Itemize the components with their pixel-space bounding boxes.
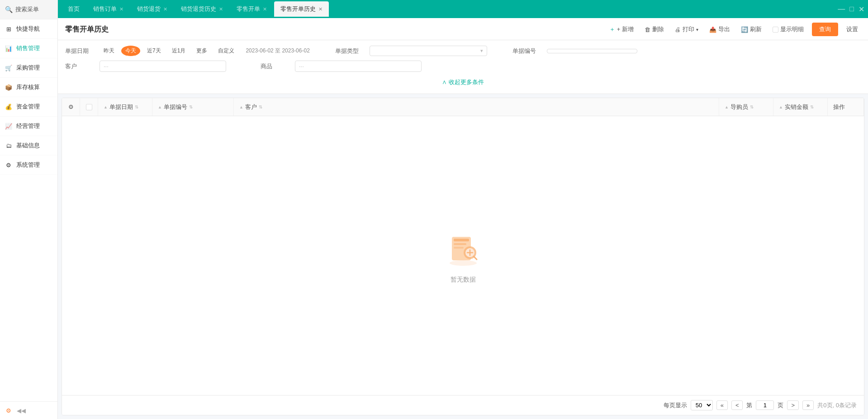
sidebar-item-sales[interactable]: 📊 销售管理 [0,39,57,58]
header-checkbox[interactable] [86,104,92,110]
delete-label: 删除 [652,25,664,33]
sidebar-item-label: 经营管理 [16,122,40,130]
print-button[interactable]: 🖨 打印 ▾ [672,24,701,35]
sidebar-item-purchase[interactable]: 🛒 采购管理 [0,58,57,78]
date-btn-today[interactable]: 今天 [121,46,140,56]
per-page-select[interactable]: 50 [691,400,713,410]
goods-input[interactable]: ··· [295,61,422,72]
settings-button[interactable]: 设置 [844,24,861,35]
collapse-button[interactable]: ∧ 收起更多条件 [438,76,488,88]
sidebar-item-quick-nav[interactable]: ⊞ 快捷导航 [0,19,57,39]
th-guide[interactable]: ▲ 导购员 ⇅ [719,98,773,116]
th-guide-label: 导购员 [730,103,748,111]
column-settings-icon[interactable]: ⚙ [68,104,74,110]
th-date[interactable]: ▲ 单据日期 ⇅ [98,98,152,116]
prev-page-button[interactable]: < [731,400,743,410]
sidebar-item-label: 快捷导航 [16,25,40,33]
sidebar-item-label: 资金管理 [16,103,40,111]
page-number-input[interactable] [756,400,774,410]
order-type-label: 单据类型 [335,47,362,55]
system-icon: ⚙ [5,161,13,169]
svg-rect-2 [454,239,469,241]
goods-label: 商品 [261,62,288,71]
add-button[interactable]: ＋ + 新增 [607,24,636,35]
display-detail-button[interactable]: 显示明细 [770,24,806,35]
page-suffix-label: 页 [778,401,783,410]
refresh-icon: 🔄 [741,26,748,33]
first-page-button[interactable]: « [716,400,728,410]
customer-label: 客户 [65,62,92,71]
filter-row-1: 单据日期 昨天 今天 近7天 近1月 更多 自定义 2023-06-02 至 2… [65,46,861,56]
table-header: ⚙ ▲ 单据日期 ⇅ ▲ 单据编号 ⇅ ▲ 客户 ⇅ [62,98,864,116]
th-amount[interactable]: ▲ 实销金额 ⇅ [773,98,828,116]
tab-home-label: 首页 [68,5,80,13]
order-no-input[interactable] [547,49,637,53]
tab-sales-return-label: 销货退货 [137,5,161,13]
query-label: 查询 [819,25,831,33]
sort-up-icon: ▲ [104,105,108,109]
tab-sales-return-history[interactable]: 销货退货历史 ✕ [175,1,229,17]
tab-sales-return-close[interactable]: ✕ [163,6,167,12]
sidebar-item-inventory[interactable]: 📦 库存核算 [0,78,57,97]
filter-area: 单据日期 昨天 今天 近7天 近1月 更多 自定义 2023-06-02 至 2… [58,40,868,94]
tab-sales-return[interactable]: 销货退货 ✕ [131,1,174,17]
sidebar-item-system[interactable]: ⚙ 系统管理 [0,155,57,175]
minimize-button[interactable]: — [838,5,845,13]
th-date-label: 单据日期 [109,103,133,111]
settings-gear-icon[interactable]: ⚙ [5,406,13,414]
tab-retail-open[interactable]: 零售开单 ✕ [230,1,273,17]
next-page-button[interactable]: > [787,400,799,410]
sidebar-item-finance[interactable]: 💰 资金管理 [0,97,57,117]
inventory-icon: 📦 [5,83,13,91]
tab-sales-return-history-close[interactable]: ✕ [219,6,223,12]
date-btn-7days[interactable]: 近7天 [143,46,165,56]
total-info: 共0页, 0条记录 [817,401,857,410]
customer-ellipsis: ··· [104,63,109,70]
close-button[interactable]: ✕ [859,5,864,14]
sort-icon5: ⇅ [810,104,814,109]
svg-rect-4 [454,247,464,249]
export-button[interactable]: 📤 导出 [707,24,733,35]
print-dropdown-icon: ▾ [696,27,698,32]
tab-sales-order-close[interactable]: ✕ [119,6,123,12]
sort-up-icon3: ▲ [239,105,243,109]
last-page-button[interactable]: » [802,400,814,410]
delete-button[interactable]: 🗑 删除 [642,24,667,35]
sidebar-bottom: ⚙ ◀◀ [0,401,57,419]
svg-point-0 [450,260,477,266]
svg-rect-3 [454,243,466,245]
tab-retail-history-close[interactable]: ✕ [318,6,323,12]
order-no-label: 单据编号 [512,47,540,55]
th-order[interactable]: ▲ 单据编号 ⇅ [152,98,234,116]
customer-input[interactable]: ··· [100,61,226,72]
date-btn-1month[interactable]: 近1月 [168,46,190,56]
refresh-button[interactable]: 🔄 刷新 [738,24,764,35]
tab-retail-open-close[interactable]: ✕ [263,6,267,12]
order-type-select[interactable]: ▾ [370,46,487,56]
print-label: 打印 [683,25,694,33]
th-checkbox[interactable] [80,98,98,116]
sidebar-search[interactable]: 搜索采单 [0,0,57,19]
date-btn-yesterday[interactable]: 昨天 [100,46,119,56]
maximize-button[interactable]: □ [849,5,854,13]
th-customer[interactable]: ▲ 客户 ⇅ [234,98,719,116]
toolbar-actions: ＋ + 新增 🗑 删除 🖨 打印 ▾ 📤 导出 🔄 [607,23,861,36]
tab-home[interactable]: 首页 [62,1,86,17]
nav-icon: ⊞ [5,25,13,33]
date-btn-custom[interactable]: 自定义 [214,46,238,56]
date-btn-more[interactable]: 更多 [192,46,211,56]
th-settings[interactable]: ⚙ [62,98,80,116]
sort-up-icon5: ▲ [779,105,783,109]
query-button[interactable]: 查询 [812,23,838,36]
tab-sales-order[interactable]: 销售订单 ✕ [87,1,130,17]
sort-up-icon4: ▲ [725,105,729,109]
sidebar-item-label: 基础信息 [16,141,40,150]
sidebar-item-base-info[interactable]: 🗂 基础信息 [0,136,57,155]
sidebar-collapse-icon[interactable]: ◀◀ [17,406,25,414]
sidebar-item-operations[interactable]: 📈 经营管理 [0,117,57,136]
refresh-label: 刷新 [750,25,762,33]
sales-icon: 📊 [5,44,13,52]
tab-sales-order-label: 销售订单 [93,5,117,13]
tab-retail-history[interactable]: 零售开单历史 ✕ [274,1,329,17]
main-content: 首页 销售订单 ✕ 销货退货 ✕ 销货退货历史 ✕ 零售开单 ✕ 零售开单历史 … [58,0,868,419]
